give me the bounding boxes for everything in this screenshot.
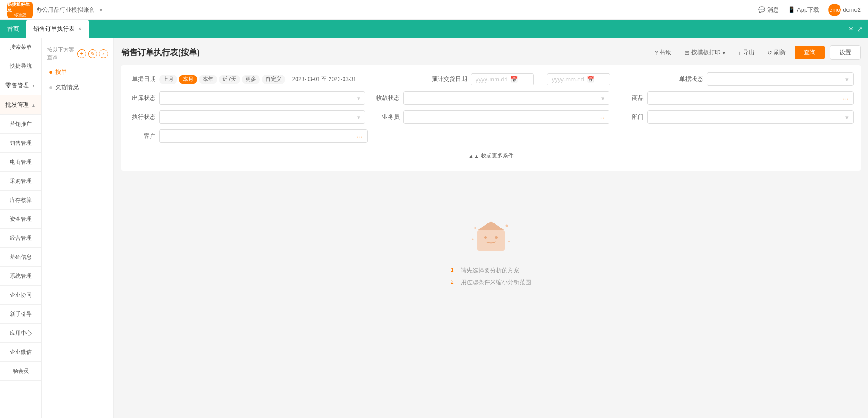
tab-close-icon[interactable]: × bbox=[78, 26, 81, 32]
print-label: 按模板打印 bbox=[691, 48, 721, 57]
user-menu[interactable]: demo2 demo2 bbox=[828, 4, 861, 16]
tab-sales-order[interactable]: 销售订单执行表 × bbox=[26, 20, 89, 38]
filter-form: 单据日期 上月 本月 本年 近7天 更多 自定义 2023-03-01 bbox=[121, 65, 861, 171]
expected-date-end-input[interactable]: yyyy-mm-dd 📅 bbox=[547, 73, 610, 86]
receipt-status-label: 收款状态 bbox=[373, 94, 400, 102]
system-dropdown-icon[interactable]: ▼ bbox=[99, 7, 104, 13]
query-btn[interactable]: 查询 bbox=[795, 46, 825, 59]
svg-point-3 bbox=[484, 236, 487, 239]
date-pill-custom[interactable]: 自定义 bbox=[262, 75, 285, 84]
date-sep: — bbox=[538, 76, 543, 83]
dept-dropdown[interactable]: ▾ bbox=[647, 110, 854, 124]
app-download-btn[interactable]: 📱 App下载 bbox=[788, 6, 819, 14]
sidebar-item-corp-collab[interactable]: 企业协同 bbox=[0, 286, 41, 305]
goods-label: 商品 bbox=[617, 94, 644, 102]
header-right: 💬 消息 📱 App下载 demo2 demo2 bbox=[758, 4, 861, 16]
sidebar-item-ops[interactable]: 经营管理 bbox=[0, 229, 41, 248]
print-caret-icon: ▾ bbox=[722, 49, 726, 56]
customer-picker[interactable]: ··· bbox=[159, 129, 368, 143]
tip-num-1: 1 bbox=[451, 265, 458, 276]
sidebar-item-inventory[interactable]: 库存核算 bbox=[0, 191, 41, 210]
date-pill-last-month[interactable]: 上月 bbox=[159, 75, 177, 84]
date-pill-this-year[interactable]: 本年 bbox=[199, 75, 217, 84]
sidebar-sys-label: 系统管理 bbox=[10, 273, 32, 279]
status-dropdown[interactable]: ▾ bbox=[707, 72, 854, 86]
goods-item: 商品 ··· bbox=[617, 91, 854, 105]
refresh-btn[interactable]: ↺ 刷新 bbox=[764, 47, 789, 58]
salesperson-picker[interactable]: ··· bbox=[403, 110, 609, 124]
collapse-label: 收起更多条件 bbox=[481, 152, 514, 160]
receipt-status-dropdown[interactable]: ▾ bbox=[403, 91, 609, 105]
sidebar-item-quick-nav[interactable]: 快捷导航 bbox=[0, 57, 41, 76]
logo: 畅捷通好生意 标准版 bbox=[7, 2, 33, 18]
date-sep-display: 至 bbox=[321, 76, 328, 82]
exec-status-dropdown[interactable]: ▾ bbox=[159, 110, 365, 124]
sidebar-item-ecommerce[interactable]: 电商管理 bbox=[0, 153, 41, 172]
sub-menu-dot-active: ● bbox=[49, 68, 52, 76]
message-icon: 💬 bbox=[758, 6, 765, 13]
template-print-btn[interactable]: ⊟ 按模板打印 ▾ bbox=[681, 47, 729, 58]
sidebar-item-search-menu[interactable]: 搜索菜单 bbox=[0, 38, 41, 57]
expected-date-start-input[interactable]: yyyy-mm-dd 📅 bbox=[471, 73, 534, 86]
exec-status-caret-icon: ▾ bbox=[357, 114, 360, 121]
sub-menu: 按以下方案查询 + ✎ « ● 按单 ● 欠货情况 bbox=[42, 38, 114, 418]
sidebar-retail-arrow: ▼ bbox=[31, 83, 36, 88]
collapse-btn[interactable]: ▲▲ 收起更多条件 bbox=[468, 152, 514, 160]
tab-expand-icon[interactable]: ⤢ bbox=[857, 25, 863, 33]
salesperson-item: 业务员 ··· bbox=[373, 110, 609, 124]
tab-home[interactable]: 首页 bbox=[0, 20, 26, 38]
goods-picker[interactable]: ··· bbox=[647, 91, 854, 105]
salesperson-dots-icon: ··· bbox=[598, 114, 604, 121]
sidebar-item-app-center[interactable]: 应用中心 bbox=[0, 324, 41, 343]
sub-menu-add-btn[interactable]: + bbox=[77, 49, 86, 58]
sidebar-basic-label: 基础信息 bbox=[10, 254, 32, 260]
tab-bar: 首页 销售订单执行表 × × ⤢ bbox=[0, 20, 868, 38]
date-pill-last7days[interactable]: 近7天 bbox=[219, 75, 240, 84]
receipt-status-caret-icon: ▾ bbox=[601, 95, 604, 102]
export-btn[interactable]: ↑ 导出 bbox=[735, 47, 759, 58]
page-title: 销售订单执行表(按单) bbox=[121, 47, 200, 58]
sidebar-item-corp-wechat[interactable]: 企业微信 bbox=[0, 343, 41, 362]
logo-subtext: 标准版 bbox=[14, 13, 26, 18]
date-pill-more[interactable]: 更多 bbox=[242, 75, 260, 84]
page-title-row: 销售订单执行表(按单) ? 帮助 ⊟ 按模板打印 ▾ ↑ 导出 bbox=[121, 45, 861, 60]
tab-close-window-icon[interactable]: × bbox=[849, 25, 853, 33]
message-btn[interactable]: 💬 消息 bbox=[758, 6, 779, 14]
out-storage-dropdown[interactable]: ▾ bbox=[159, 91, 365, 105]
help-btn[interactable]: ? 帮助 bbox=[651, 47, 675, 58]
sub-menu-actions: + ✎ « bbox=[77, 49, 108, 58]
date-range-display: 2023-03-01 至 2023-03-31 bbox=[292, 76, 356, 83]
sidebar-finance-label: 资金管理 bbox=[10, 216, 32, 222]
page-actions: ? 帮助 ⊟ 按模板打印 ▾ ↑ 导出 ↺ 刷新 bbox=[651, 45, 861, 60]
date-pill-this-month[interactable]: 本月 bbox=[179, 75, 197, 84]
main-area: 搜索菜单 快捷导航 零售管理 ▼ 批发管理 ▲ 营销推广 销售管理 电商管理 采… bbox=[0, 38, 868, 418]
sidebar-item-sys-mgmt[interactable]: 系统管理 bbox=[0, 267, 41, 286]
receipt-status-item: 收款状态 ▾ bbox=[373, 91, 609, 105]
dept-label: 部门 bbox=[617, 113, 644, 121]
sidebar-item-marketing[interactable]: 营销推广 bbox=[0, 115, 41, 134]
tab-home-label: 首页 bbox=[7, 25, 19, 33]
sidebar-ops-label: 经营管理 bbox=[10, 235, 32, 241]
sidebar-item-purchase[interactable]: 采购管理 bbox=[0, 172, 41, 191]
app-download-label: App下载 bbox=[797, 6, 819, 14]
sub-menu-item-by-order[interactable]: ● 按单 bbox=[42, 64, 113, 80]
sidebar-marketing-label: 营销推广 bbox=[10, 121, 32, 127]
help-label: 帮助 bbox=[660, 48, 672, 57]
sub-menu-item-debt[interactable]: ● 欠货情况 bbox=[42, 80, 113, 95]
logo-text: 畅捷通好生意 bbox=[7, 2, 33, 13]
sub-menu-collapse-btn[interactable]: « bbox=[99, 49, 108, 58]
sidebar-item-new-guide[interactable]: 新手引导 bbox=[0, 305, 41, 324]
single-date-item: 单据日期 上月 本月 本年 近7天 更多 自定义 2023-03-01 bbox=[128, 75, 425, 84]
sidebar-wholesale-arrow: ▲ bbox=[31, 103, 36, 108]
sidebar-item-vip[interactable]: 畅会员 bbox=[0, 362, 41, 381]
empty-icon bbox=[468, 212, 514, 257]
sidebar-item-sales-mgmt[interactable]: 销售管理 bbox=[0, 134, 41, 153]
settings-btn[interactable]: 设置 bbox=[830, 45, 861, 60]
sidebar-item-wholesale-mgmt[interactable]: 批发管理 ▲ bbox=[0, 95, 41, 115]
sub-menu-edit-btn[interactable]: ✎ bbox=[88, 49, 97, 58]
export-icon: ↑ bbox=[738, 49, 741, 56]
sidebar-item-finance[interactable]: 资金管理 bbox=[0, 210, 41, 229]
sidebar-purchase-label: 采购管理 bbox=[10, 178, 32, 184]
sidebar-item-retail-mgmt[interactable]: 零售管理 ▼ bbox=[0, 76, 41, 95]
sidebar-item-basic-info[interactable]: 基础信息 bbox=[0, 248, 41, 267]
